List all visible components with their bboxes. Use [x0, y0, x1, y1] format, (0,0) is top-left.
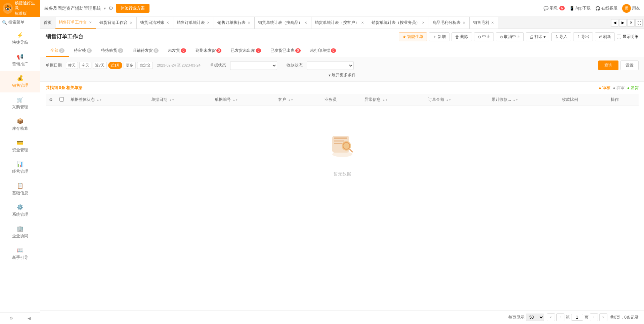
tab-cash-reconcile[interactable]: 钱货日清对账 ✕	[137, 17, 173, 29]
sidebar-item-search[interactable]: 🔍 搜索菜单	[0, 17, 40, 28]
sidebar-item-system[interactable]: ⚙️ 系统管理	[0, 200, 40, 221]
sidebar-item-inventory[interactable]: 📦 库存核算	[0, 114, 40, 135]
tab-close-sales-stat-customer[interactable]: ✕	[360, 20, 364, 25]
sub-tab-pending-review[interactable]: 待审核0	[69, 45, 97, 57]
tab-close-sales-workbench[interactable]: ✕	[88, 20, 92, 25]
tab-close-sales-stat[interactable]: ✕	[206, 20, 210, 25]
tab-close-sales-gross[interactable]: ✕	[490, 20, 495, 25]
sub-tab-pending-inspect[interactable]: 待拣验货0	[96, 45, 128, 57]
filter-date-today[interactable]: 今天	[79, 62, 91, 69]
tab-sales-exec[interactable]: 销售订单执行表 ✕	[214, 17, 255, 29]
stop-btn[interactable]: ⊙ 中止	[474, 32, 494, 41]
messages-btn[interactable]: 💬 消息 6	[544, 5, 565, 11]
tab-home[interactable]: 首页	[40, 17, 55, 29]
tab-close-sales-exec[interactable]: ✕	[247, 20, 251, 25]
tabs-menu-btn[interactable]: ⛶	[635, 19, 643, 27]
tab-sales-workbench[interactable]: 销售订单工作台 ✕	[55, 17, 96, 29]
app-download-btn[interactable]: 📱 App下载	[569, 5, 591, 11]
card-icon: 💳	[17, 139, 24, 146]
sub-tab-shipped-out[interactable]: 已发货已出库0	[266, 45, 305, 57]
dropdown-arrow[interactable]: ▾	[104, 6, 106, 11]
tab-cash-daily[interactable]: 钱货日清工作台 ✕	[96, 17, 137, 29]
sub-tab-not-printed[interactable]: 未打印单据0	[305, 45, 341, 57]
prev-page-btn[interactable]: ‹	[556, 313, 564, 321]
tab-close-all-btn[interactable]: ✕	[627, 19, 635, 27]
tab-product-margin[interactable]: 商品毛利分析表 ✕	[429, 17, 470, 29]
table-audit-btn[interactable]: ● 审核	[599, 85, 610, 91]
filter-date-more[interactable]: 更多	[124, 62, 136, 69]
sidebar-item-finance[interactable]: 💳 资金管理	[0, 135, 40, 157]
sort-amount-icon[interactable]: ▲▼	[446, 98, 451, 102]
tab-sales-stat-product[interactable]: 销货单统计表（按商品） ✕	[255, 17, 311, 29]
settings-btn[interactable]: ⚙	[109, 5, 113, 11]
first-page-btn[interactable]: «	[547, 313, 555, 321]
tab-sales-stat-customer[interactable]: 销货单统计表（按客户） ✕	[311, 17, 368, 29]
table-revoke-btn[interactable]: ● 弃审	[613, 85, 625, 91]
page-size-select[interactable]: 10 20 50 100	[526, 314, 544, 321]
tab-sales-stat-staff[interactable]: 销货单统计表（按业务员） ✕	[368, 17, 429, 29]
next-page-btn[interactable]: ›	[590, 313, 598, 321]
select-all-checkbox[interactable]	[59, 97, 64, 102]
show-detail-label[interactable]: 显示明细	[617, 34, 639, 40]
print-icon: 🖨	[529, 35, 533, 39]
collapse-icon[interactable]: ◀	[28, 316, 31, 321]
expand-filter-btn[interactable]: ▾ 展开更多条件	[329, 72, 356, 78]
show-detail-checkbox[interactable]	[617, 35, 621, 39]
tab-sales-stat[interactable]: 销售订单统计表 ✕	[173, 17, 214, 29]
sort-abnormal-icon[interactable]: ▲▼	[382, 98, 388, 102]
money-icon: 💰	[17, 75, 24, 81]
tab-close-sales-stat-staff[interactable]: ✕	[421, 20, 425, 25]
sub-tab-shipped-not-out[interactable]: 已发货未出库0	[226, 45, 266, 57]
tab-close-cash-daily[interactable]: ✕	[129, 20, 133, 25]
experience-btn[interactable]: 体验行业方案	[116, 4, 149, 13]
sort-number-icon[interactable]: ▲▼	[232, 98, 238, 102]
sidebar-item-guide[interactable]: 📖 新手引导	[0, 243, 40, 265]
cancel-stop-btn[interactable]: ⊘ 取消中止	[496, 32, 524, 41]
set-btn[interactable]: 设置	[620, 60, 639, 70]
tabs-prev-btn[interactable]: ◀	[611, 19, 618, 27]
sidebar-item-purchase[interactable]: 🛒 采购管理	[0, 92, 40, 114]
query-btn[interactable]: 查询	[598, 60, 618, 70]
filter-date-1month[interactable]: 近1月	[108, 62, 122, 69]
th-checkbox[interactable]	[56, 94, 67, 106]
import-btn[interactable]: ⇩ 导入	[551, 32, 571, 41]
filter-payment-select[interactable]	[307, 61, 354, 70]
tab-close-product-margin[interactable]: ✕	[462, 20, 466, 25]
refresh-btn[interactable]: ↺ 刷新	[595, 32, 615, 41]
sort-customer-icon[interactable]: ▲▼	[288, 98, 293, 102]
sort-date-icon[interactable]: ▲▼	[169, 98, 174, 102]
tabs-next-btn[interactable]: ▶	[619, 19, 627, 27]
sort-received-icon[interactable]: ▲▼	[513, 98, 518, 102]
export-btn[interactable]: ⇧ 导出	[573, 32, 593, 41]
sort-status-icon[interactable]: ▲▼	[96, 98, 102, 102]
table-send-btn[interactable]: ● 发货	[627, 85, 639, 91]
smart-create-btn[interactable]: ★ 智能生单	[399, 32, 427, 41]
delete-btn[interactable]: 🗑 删除	[452, 32, 472, 41]
last-page-btn[interactable]: »	[599, 313, 607, 321]
add-btn[interactable]: ＋ 新增	[429, 32, 449, 41]
sub-tab-overdue[interactable]: 到期未发货0	[191, 45, 226, 57]
tab-close-cash-reconcile[interactable]: ✕	[166, 20, 170, 25]
sidebar-item-enterprise[interactable]: 🏢 企业协同	[0, 221, 40, 243]
sidebar-item-quick-nav[interactable]: ⚡ 快捷导航	[0, 28, 40, 49]
settings-icon[interactable]: ⚙	[9, 316, 13, 321]
sub-tab-all[interactable]: 全部0	[46, 45, 69, 57]
sidebar-item-sales[interactable]: 💰 销售管理	[0, 71, 40, 92]
tab-sales-gross[interactable]: 销售毛利 ✕	[470, 17, 498, 29]
tab-sales-exec-label: 销售订单执行表	[217, 20, 246, 26]
sidebar-item-operations[interactable]: 📊 经营管理	[0, 157, 40, 178]
tab-close-sales-stat-product[interactable]: ✕	[304, 20, 308, 25]
sub-tab-not-shipped[interactable]: 未发货0	[163, 45, 191, 57]
filter-date-custom[interactable]: 自定义	[137, 62, 153, 69]
filter-date-yesterday[interactable]: 昨天	[66, 62, 78, 69]
filter-date-7days[interactable]: 近7天	[93, 62, 107, 69]
page-input[interactable]	[571, 314, 583, 321]
print-btn[interactable]: 🖨 打印 ▾	[526, 32, 549, 41]
sidebar-item-marketing[interactable]: 📢 营销推广	[0, 49, 40, 71]
filter-status-select[interactable]	[230, 61, 277, 70]
online-service-btn[interactable]: 🎧 在线客服	[595, 5, 617, 11]
th-gear[interactable]: ⚙	[46, 94, 56, 106]
sidebar-item-basic-info[interactable]: 📋 基础信息	[0, 178, 40, 200]
user-menu[interactable]: 用 用友	[622, 4, 640, 13]
sub-tab-wangpu[interactable]: 旺铺待发货0	[128, 45, 164, 57]
